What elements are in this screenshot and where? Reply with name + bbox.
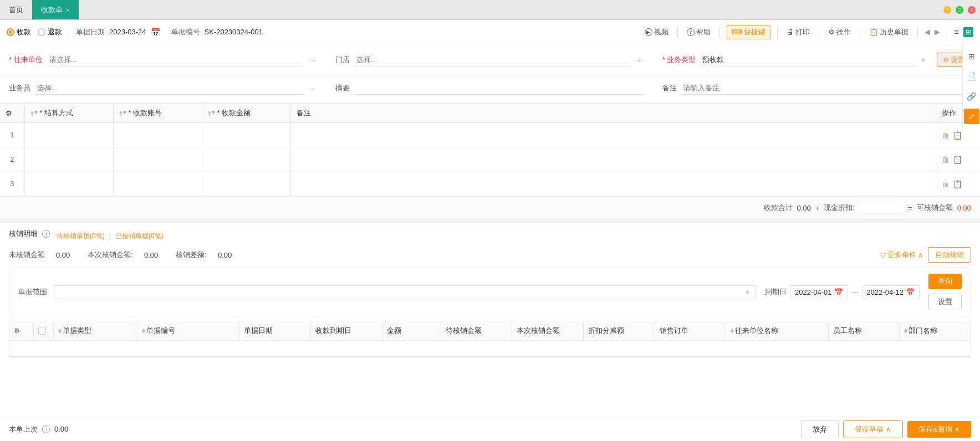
history-icon: 📋 [869,28,878,36]
partner-input[interactable] [46,53,304,66]
print-button[interactable]: 🖨 打印 [784,26,812,38]
row2-copy-icon[interactable]: 📋 [953,155,962,164]
hexiao-title: 核销明细 i [9,229,50,239]
bth-sales-order: 销售订单 [655,321,727,340]
calendar-to-icon[interactable]: 📅 [906,288,915,296]
bottom-table-body [9,340,971,357]
remark-input[interactable] [680,81,971,95]
radio-receipt[interactable]: 收款 [7,27,31,37]
total-value: 0.00 [797,204,811,212]
row3-delete-icon[interactable]: 🗑 [942,180,950,188]
divider-6 [860,27,860,38]
divider-3 [719,27,720,38]
print-icon: 🖨 [787,28,794,36]
operation-icon: ⚙ [828,28,835,36]
tab-home[interactable]: 首页 [0,0,32,19]
divider-7 [917,27,918,38]
query-button[interactable]: 查询 [928,274,962,289]
abandon-button[interactable]: 放弃 [801,421,839,438]
draft-button[interactable]: 保存草稿 ∧ [843,421,903,438]
tab-receipt[interactable]: 收款单 × [32,0,79,19]
row1-copy-icon[interactable]: 📋 [953,131,962,140]
row1-account[interactable] [113,123,202,147]
diff-label: 核销差额: [176,250,207,260]
salesperson-more-button[interactable]: ··· [307,84,318,93]
row3-account[interactable] [113,172,202,196]
row1-amount[interactable] [202,123,290,147]
date-from-input[interactable]: 2022-04-01 📅 [790,285,848,299]
filter-settings-button[interactable]: 设置 [928,294,962,310]
nav-prev-icon[interactable]: ◀ [925,28,930,36]
row2-account[interactable] [113,147,202,172]
toolbar: 收款 退款 单据日期 2023-03-24 📅 单据编号 SK-20230324… [0,20,980,44]
date-value: 2023-03-24 [109,28,146,36]
history-button[interactable]: 📋 历史单据 [867,26,911,38]
sidebar-expand-icon[interactable]: ⤢ [964,109,979,124]
row3-payment-method[interactable] [24,172,113,196]
row2-amount[interactable] [202,147,290,172]
row-num-2: 2 [0,147,24,172]
tab-home-label: 首页 [9,5,23,15]
calendar-icon[interactable]: 📅 [151,28,160,37]
this-order-info-icon[interactable]: i [42,425,50,433]
list-view-icon[interactable]: ≡ [954,27,959,37]
biz-type-arrow-icon[interactable]: ▼ [920,56,927,64]
discount-input[interactable] [859,202,904,213]
bth-gear[interactable]: ⚙ [9,322,34,339]
gear-settings-icon: ⚙ [6,109,12,117]
row3-amount[interactable] [202,172,290,196]
partner-more-button[interactable]: ··· [307,56,318,64]
range-select[interactable]: ▼ [54,285,756,299]
auto-hexiao-button[interactable]: 自动核销 [928,247,971,263]
radio-refund[interactable]: 退款 [38,27,62,37]
row1-delete-icon[interactable]: 🗑 [942,131,950,140]
hexiao-info-icon[interactable]: i [42,230,50,238]
summary-input[interactable] [353,81,644,95]
calendar-from-icon[interactable]: 📅 [834,288,843,296]
bth-doc-type: 单据类型 [54,321,137,340]
store-more-button[interactable]: ··· [634,56,645,64]
pending-tab[interactable]: 待核销单据(0笔) [57,232,105,241]
row2-delete-icon[interactable]: 🗑 [942,155,950,164]
operation-button[interactable]: ⚙ 操作 [826,26,853,38]
minimize-button[interactable]: − [943,6,951,14]
row1-remark[interactable] [290,123,936,147]
sidebar-table-icon[interactable]: ⊞ [964,49,979,64]
save-new-button[interactable]: 保存&新增 ∧ [907,421,971,438]
sidebar-link-icon[interactable]: 🔗 [964,89,979,104]
select-all-checkbox[interactable] [38,327,46,335]
row1-payment-method[interactable] [24,123,113,147]
receipt-refund-toggle: 收款 退款 [7,27,62,37]
maximize-button[interactable]: □ [956,6,963,14]
row3-copy-icon[interactable]: 📋 [953,180,962,188]
row2-payment-method[interactable] [24,147,113,172]
tab-close-icon[interactable]: × [66,6,70,14]
help-icon: ? [687,28,695,36]
biz-type-input[interactable] [699,53,916,66]
nav-next-icon[interactable]: ▶ [935,28,940,36]
partner-field: * 往来单位 ··· [9,53,326,66]
video-button[interactable]: ▶ 视频 [642,26,671,38]
main-content: * 往来单位 ··· 门店 ··· * 业务类型 ▼ ⚙ 设置 [0,44,980,417]
right-sidebar: ⊞ 📄 🔗 ⤢ [962,44,980,129]
date-to-input[interactable]: 2022-04-12 📅 [862,285,920,299]
help-button[interactable]: ? 帮助 [685,26,713,38]
store-input[interactable] [353,53,630,66]
shortcut-button[interactable]: ⌨ 快捷键 [727,25,770,39]
row-num-1: 1 [0,123,24,147]
row3-remark[interactable] [290,172,936,196]
salesperson-input[interactable] [34,81,304,95]
equals-sign: = [908,204,912,212]
store-field: 门店 ··· [326,53,653,66]
date-from-value: 2022-04-01 [795,288,832,296]
row2-remark[interactable] [290,147,936,172]
done-tab[interactable]: 已核销单据(0笔) [115,232,164,241]
draft-button-group: 保存草稿 ∧ [843,421,903,438]
store-label: 门店 [335,55,350,65]
th-settings[interactable]: ⚙ [0,104,24,123]
sidebar-doc-icon[interactable]: 📄 [964,69,979,84]
grid-view-icon[interactable]: ⊞ [963,27,973,37]
more-conditions-button[interactable]: ▽ 更多条件 ∧ [880,250,923,260]
th-amount: * * 收款金额 [202,104,290,123]
close-button[interactable]: × [968,6,976,14]
